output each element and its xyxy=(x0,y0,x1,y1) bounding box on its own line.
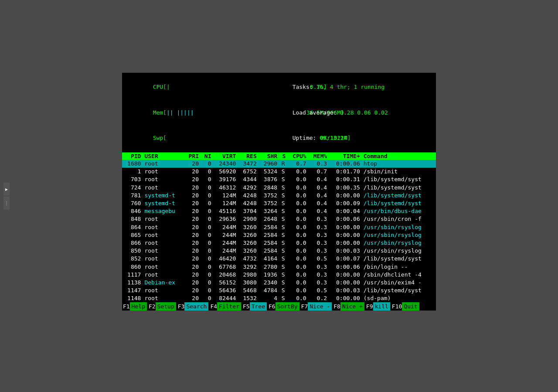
footer-key-f4[interactable]: F4Filter xyxy=(209,302,242,311)
swp-line: Swp[ 0K/1022M] Uptime: 09:13:14 xyxy=(126,125,432,151)
load-stat: Load average: 0.28 0.06 0.02 xyxy=(265,100,432,125)
footer-label-F3: Search xyxy=(184,302,208,311)
table-row[interactable]: 724 root 20 0 46312 4292 2848 S 0.0 0.4 … xyxy=(122,184,436,192)
bracket-open: [ xyxy=(163,84,167,90)
col-cpu: CPU% xyxy=(287,152,308,160)
cpu-line: CPU[| 0.7%] Tasks: 16, 4 thr; 1 running xyxy=(126,74,432,100)
header-stats: CPU[| 0.7%] Tasks: 16, 4 thr; 1 running … xyxy=(122,73,436,153)
footer-label-F8: Nice + xyxy=(340,302,364,311)
col-s: S xyxy=(279,152,287,160)
footer-key-f3[interactable]: F3Search xyxy=(177,302,210,311)
table-row[interactable]: 866 root 20 0 244M 3260 2584 S 0.0 0.3 0… xyxy=(122,239,436,247)
table-row[interactable]: 848 root 20 0 29636 2900 2648 S 0.0 0.3 … xyxy=(122,215,436,223)
footer-label-F7: Nice - xyxy=(308,302,332,311)
footer-label-F4: Filter xyxy=(217,302,241,311)
footer-key-f9[interactable]: F9kill xyxy=(365,302,391,311)
table-row[interactable]: 1 root 20 0 56920 6752 5324 S 0.0 0.7 0:… xyxy=(122,168,436,176)
footer-label-F9: kill xyxy=(373,302,390,311)
footer-num-F4: F4 xyxy=(209,302,217,311)
col-mem: MEM% xyxy=(308,152,329,160)
table-row[interactable]: 852 root 20 0 46420 4732 4164 S 0.0 0.5 … xyxy=(122,255,436,263)
swp-stat: Swp[ 0K/1022M] xyxy=(126,125,265,151)
col-time: TIME+ xyxy=(329,152,362,160)
table-row[interactable]: 865 root 20 0 244M 3260 2584 S 0.0 0.3 0… xyxy=(122,231,436,239)
footer-label-F1: Help xyxy=(130,302,147,311)
table-row[interactable]: 781 systemd-t 20 0 124M 4248 3752 S 0.0 … xyxy=(122,192,436,199)
table-row[interactable]: 1147 root 20 0 56436 5468 4784 S 0.0 0.5… xyxy=(122,287,436,294)
col-user: USER xyxy=(143,152,184,160)
footer-num-F5: F5 xyxy=(242,302,250,311)
footer-num-F6: F6 xyxy=(268,302,276,311)
footer-num-F9: F9 xyxy=(365,302,373,311)
footer-key-f7[interactable]: F7Nice - xyxy=(300,302,333,311)
sidebar-tab-dots[interactable]: ⋮ xyxy=(3,196,10,210)
table-row[interactable]: 864 root 20 0 244M 3260 2584 S 0.0 0.3 0… xyxy=(122,223,436,231)
footer-label-F5: Tree xyxy=(250,302,267,311)
sidebar-tabs: ▶ ⋮ xyxy=(3,182,10,210)
table-row[interactable]: 1148 root 20 0 82444 1532 4 S 0.0 0.2 0:… xyxy=(122,294,436,302)
footer-key-f8[interactable]: F8Nice + xyxy=(333,302,365,311)
footer-bar: F1HelpF2SetupF3SearchF4FilterF5TreeF6Sor… xyxy=(122,302,436,311)
table-row[interactable]: 846 messagebu 20 0 45116 3704 3264 S 0.0… xyxy=(122,207,436,215)
footer-num-F10: F10 xyxy=(391,302,402,311)
table-row[interactable]: 850 root 20 0 244M 3260 2584 S 0.0 0.3 0… xyxy=(122,247,436,255)
table-row[interactable]: 1680 root 20 0 24340 3472 2960 R 0.7 0.3… xyxy=(122,160,436,168)
footer-num-F8: F8 xyxy=(333,302,340,311)
swp-label: Swp xyxy=(153,135,163,141)
col-res: RES xyxy=(238,152,258,160)
tasks-stat: Tasks: 16, 4 thr; 1 running xyxy=(265,74,432,100)
footer-key-f2[interactable]: F2Setup xyxy=(148,302,177,311)
table-row[interactable]: 703 root 20 0 39176 4344 3876 S 0.0 0.4 … xyxy=(122,176,436,183)
col-cmd: Command xyxy=(362,152,436,160)
col-pri: PRI xyxy=(184,152,201,160)
table-row[interactable]: 760 systemd-t 20 0 124M 4248 3752 S 0.0 … xyxy=(122,199,436,207)
footer-label-F2: Setup xyxy=(156,302,176,311)
cpu-stat: CPU[| 0.7%] xyxy=(126,74,265,100)
footer-num-F3: F3 xyxy=(177,302,185,311)
footer-label-F6: SortBy xyxy=(276,302,299,311)
footer-num-F1: F1 xyxy=(122,302,130,311)
process-table: PID USER PRI NI VIRT RES SHR S CPU% MEM%… xyxy=(122,152,436,302)
mem-stat: Mem[|| ||||| 36.5M/996M] xyxy=(126,100,265,125)
footer-key-f6[interactable]: F6SortBy xyxy=(268,302,300,311)
col-virt: VIRT xyxy=(213,152,238,160)
col-pid: PID xyxy=(122,152,143,160)
mem-bar: || ||||| xyxy=(167,109,194,116)
table-header: PID USER PRI NI VIRT RES SHR S CPU% MEM%… xyxy=(122,152,436,160)
mem-line: Mem[|| ||||| 36.5M/996M] Load average: 0… xyxy=(126,100,432,125)
mem-label: Mem xyxy=(153,109,163,116)
sidebar-tab-arrow[interactable]: ▶ xyxy=(3,182,10,196)
footer-key-f1[interactable]: F1Help xyxy=(122,302,148,311)
terminal-window: CPU[| 0.7%] Tasks: 16, 4 thr; 1 running … xyxy=(122,73,436,311)
cpu-label: CPU xyxy=(153,84,163,90)
footer-label-F10: Quit xyxy=(402,302,419,311)
table-row[interactable]: 860 root 20 0 67768 3292 2780 S 0.0 0.3 … xyxy=(122,263,436,271)
uptime-stat: Uptime: 09:13:14 xyxy=(265,125,432,151)
cpu-bar: | xyxy=(167,84,170,90)
footer-num-F2: F2 xyxy=(148,302,156,311)
table-row[interactable]: 1138 Debian-ex 20 0 56152 3080 2340 S 0.… xyxy=(122,279,436,287)
footer-key-f10[interactable]: F10Quit xyxy=(391,302,420,311)
col-shr: SHR xyxy=(259,152,279,160)
footer-key-f5[interactable]: F5Tree xyxy=(242,302,268,311)
col-ni: NI xyxy=(201,152,213,160)
table-row[interactable]: 1117 root 20 0 20468 2980 1936 S 0.0 0.3… xyxy=(122,271,436,279)
footer-num-F7: F7 xyxy=(300,302,308,311)
